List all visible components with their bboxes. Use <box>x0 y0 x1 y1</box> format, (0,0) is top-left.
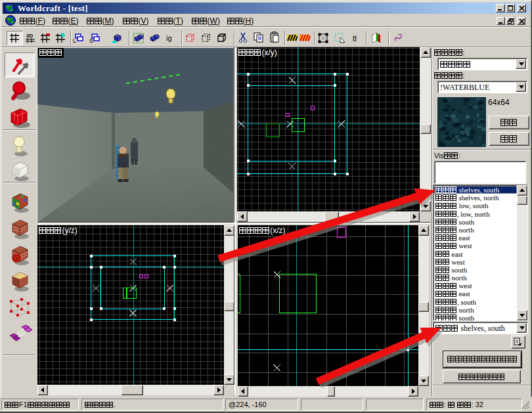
svg-text:3D: 3D <box>26 33 33 39</box>
svg-text:tl: tl <box>353 34 357 43</box>
svg-text:ig: ig <box>166 34 172 42</box>
